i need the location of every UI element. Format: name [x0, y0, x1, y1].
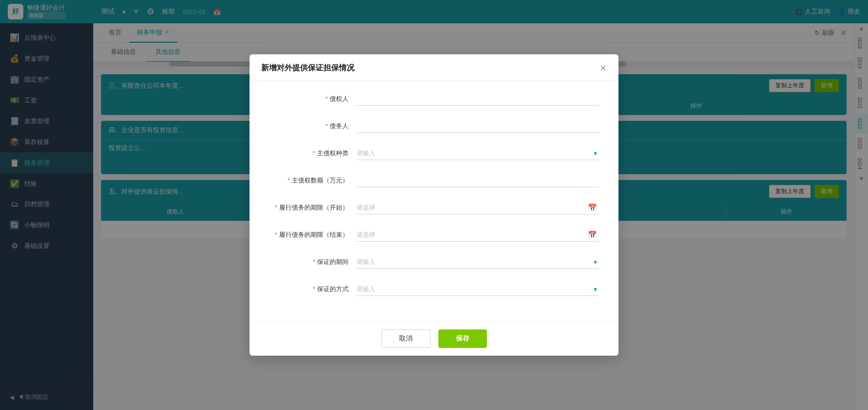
creditor-input[interactable] [356, 92, 599, 106]
required-mark-guarantee-method: * [313, 285, 315, 293]
debtor-input[interactable] [356, 119, 599, 133]
claim-type-select-wrapper: ▾ [356, 147, 599, 160]
form-label-claim-type: * 主债权种类 [269, 149, 356, 158]
dialog-title: 新增对外提供保证担保情况 [261, 63, 354, 73]
dialog-header: 新增对外提供保证担保情况 ✕ [250, 54, 618, 81]
guarantee-period-wrapper: ▾ [356, 255, 599, 269]
required-mark-claim-type: * [313, 149, 315, 157]
form-label-duty-end: * 履行债务的期限（结束） [269, 230, 356, 239]
required-mark-creditor: * [325, 95, 328, 102]
guarantee-method-input[interactable] [356, 282, 599, 296]
duty-end-wrapper: 📅 [356, 228, 599, 242]
dialog-overlay: 新增对外提供保证担保情况 ✕ * 债权人 * 债务人 [0, 0, 868, 410]
claim-amount-input[interactable] [356, 174, 599, 187]
duty-start-wrapper: 📅 [356, 201, 599, 214]
form-label-duty-start: * 履行债务的期限（开始） [269, 203, 356, 212]
guarantee-method-wrapper: ▾ [356, 282, 599, 296]
duty-start-input[interactable] [356, 201, 599, 214]
form-row-duty-end: * 履行债务的期限（结束） 📅 [269, 228, 599, 242]
form-label-creditor: * 债权人 [269, 95, 356, 103]
required-mark-guarantee-period: * [313, 258, 315, 265]
form-row-claim-type: * 主债权种类 ▾ [269, 147, 599, 160]
form-row-duty-start: * 履行债务的期限（开始） 📅 [269, 201, 599, 214]
form-label-guarantee-method: * 保证的方式 [269, 285, 356, 294]
cancel-button[interactable]: 取消 [381, 329, 431, 348]
claim-type-input[interactable] [356, 147, 599, 160]
dialog-body: * 债权人 * 债务人 * 主债权种类 [250, 81, 618, 321]
form-row-claim-amount: * 主债权数额（万元） [269, 174, 599, 187]
duty-end-calendar-icon[interactable]: 📅 [588, 230, 597, 239]
form-label-claim-amount: * 主债权数额（万元） [269, 176, 356, 185]
required-mark-duty-end: * [275, 231, 277, 238]
required-mark-claim-amount: * [287, 177, 290, 184]
form-label-guarantee-period: * 保证的期间 [269, 258, 356, 266]
form-row-guarantee-period: * 保证的期间 ▾ [269, 255, 599, 269]
duty-start-calendar-icon[interactable]: 📅 [588, 203, 597, 212]
duty-end-input[interactable] [356, 228, 599, 242]
required-mark-debtor: * [325, 122, 328, 130]
form-label-debtor: * 债务人 [269, 122, 356, 131]
save-button[interactable]: 保存 [438, 329, 487, 348]
add-guarantee-dialog: 新增对外提供保证担保情况 ✕ * 债权人 * 债务人 [250, 54, 618, 356]
dialog-close-button[interactable]: ✕ [600, 64, 607, 73]
required-mark-duty-start: * [275, 204, 277, 211]
form-row-debtor: * 债务人 [269, 119, 599, 133]
form-row-guarantee-method: * 保证的方式 ▾ [269, 282, 599, 296]
form-row-creditor: * 债权人 [269, 92, 599, 106]
dialog-footer: 取消 保存 [250, 321, 618, 356]
guarantee-period-input[interactable] [356, 255, 599, 269]
